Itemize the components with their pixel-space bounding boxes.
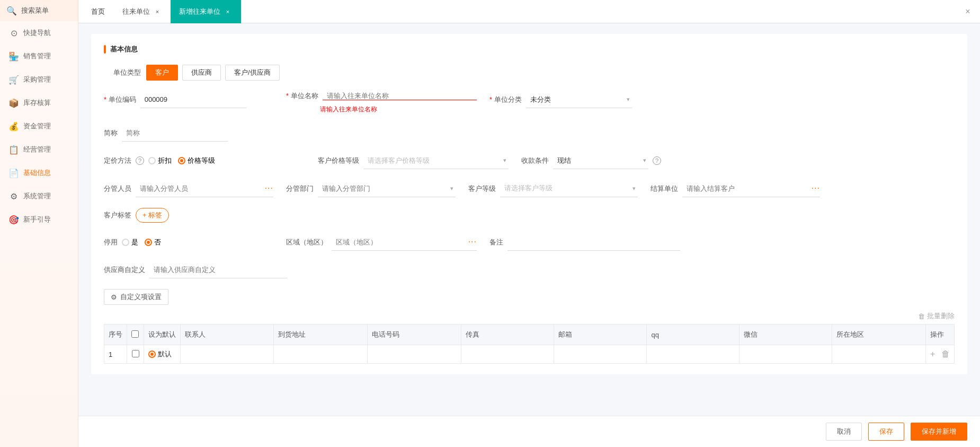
save-button[interactable]: 保存 bbox=[868, 423, 904, 441]
payment-terms-field: 收款条件 现结 ▾ ? bbox=[521, 152, 723, 169]
pricing-help-icon[interactable]: ? bbox=[136, 156, 144, 165]
sidebar: 🔍 搜索菜单 ⊙ 快捷导航 🏪 销售管理 🛒 采购管理 📦 库存核算 💰 资金管… bbox=[0, 0, 78, 447]
cancel-button[interactable]: 取消 bbox=[826, 423, 862, 441]
tab-partner-close[interactable]: × bbox=[153, 7, 162, 16]
section-title-text: 基本信息 bbox=[110, 45, 138, 54]
disabled-no-radio[interactable]: 否 bbox=[145, 238, 161, 247]
customer-level-field: 客户等级 请选择客户等级 ▾ bbox=[468, 180, 638, 197]
payment-terms-value: 现结 bbox=[557, 156, 643, 165]
unit-type-customer-btn[interactable]: 客户 bbox=[146, 65, 178, 81]
remarks-input[interactable] bbox=[507, 234, 680, 251]
sidebar-item-finance[interactable]: 💰 资金管理 bbox=[0, 115, 78, 138]
row-qq-input[interactable] bbox=[651, 350, 734, 358]
row-checkbox[interactable] bbox=[132, 350, 139, 357]
customer-level-select[interactable]: 请选择客户等级 ▾ bbox=[500, 180, 638, 197]
sidebar-item-basic[interactable]: 📄 基础信息 bbox=[0, 161, 78, 185]
manager-input[interactable] bbox=[136, 180, 265, 197]
row-wechat[interactable] bbox=[739, 345, 832, 364]
pricing-level-label: 价格等级 bbox=[188, 156, 215, 165]
tab-bar-close-button[interactable]: × bbox=[960, 4, 976, 20]
row-location-input[interactable] bbox=[836, 350, 921, 358]
row-address[interactable] bbox=[274, 345, 368, 364]
abbr-input[interactable] bbox=[122, 125, 228, 142]
sidebar-item-sales[interactable]: 🏪 销售管理 bbox=[0, 45, 78, 68]
payment-terms-label: 收款条件 bbox=[521, 156, 549, 165]
supplier-custom-input[interactable] bbox=[149, 261, 287, 278]
row-address-input[interactable] bbox=[278, 350, 363, 358]
payment-terms-select[interactable]: 现结 ▾ bbox=[553, 152, 648, 169]
tags-row: 客户标签 + 标签 bbox=[104, 208, 955, 223]
batch-delete-area[interactable]: 🗑 批量删除 bbox=[104, 311, 955, 321]
col-phone: 电话号码 bbox=[368, 325, 461, 345]
sidebar-item-quick-nav[interactable]: ⊙ 快捷导航 bbox=[0, 21, 78, 45]
settlement-unit-more-icon[interactable]: ··· bbox=[812, 183, 820, 193]
settlement-unit-input[interactable] bbox=[682, 180, 812, 197]
tab-home[interactable]: 首页 bbox=[83, 0, 114, 23]
del-row-icon[interactable]: 🗑 bbox=[941, 349, 950, 358]
add-tag-button[interactable]: + 标签 bbox=[136, 208, 169, 223]
tab-new-partner[interactable]: 新增往来单位 × bbox=[171, 0, 241, 23]
custom-settings-button[interactable]: ⚙ 自定义项设置 bbox=[104, 289, 168, 305]
row-fax[interactable] bbox=[461, 345, 554, 364]
sidebar-item-system[interactable]: ⚙ 系统管理 bbox=[0, 185, 78, 208]
col-fax: 传真 bbox=[461, 325, 554, 345]
select-all-checkbox[interactable] bbox=[131, 330, 139, 338]
region-input[interactable] bbox=[332, 233, 468, 250]
region-more-icon[interactable]: ··· bbox=[468, 237, 477, 247]
home-icon: ⊙ bbox=[8, 28, 19, 38]
sidebar-item-operation[interactable]: 📋 经营管理 bbox=[0, 138, 78, 161]
sidebar-item-purchase[interactable]: 🛒 采购管理 bbox=[0, 68, 78, 91]
pricing-method-field: 定价方法 ? 折扣 价格等级 bbox=[104, 156, 305, 165]
row-phone-input[interactable] bbox=[372, 350, 457, 358]
department-input[interactable] bbox=[322, 185, 450, 192]
row-fax-input[interactable] bbox=[466, 350, 549, 358]
row-contact[interactable] bbox=[181, 345, 274, 364]
sidebar-item-label: 搜索菜单 bbox=[21, 6, 49, 15]
row-location[interactable] bbox=[832, 345, 926, 364]
unit-category-select[interactable]: 未分类 ▾ bbox=[526, 91, 632, 108]
manager-more-icon[interactable]: ··· bbox=[265, 183, 273, 193]
department-label: 分管部门 bbox=[286, 184, 314, 194]
pricing-discount-label: 折扣 bbox=[158, 156, 172, 165]
row-qq[interactable] bbox=[647, 345, 739, 364]
customer-price-level-field: 客户价格等级 请选择客户价格等级 ▾ bbox=[318, 152, 509, 169]
department-chevron: ▾ bbox=[450, 185, 453, 192]
payment-terms-help-icon[interactable]: ? bbox=[653, 156, 661, 165]
row-email-input[interactable] bbox=[558, 350, 642, 358]
unit-type-group: 客户 供应商 客户/供应商 bbox=[146, 65, 280, 81]
row-contact-input[interactable] bbox=[185, 350, 269, 358]
pricing-level-radio[interactable]: 价格等级 bbox=[178, 156, 215, 165]
bottom-bar: 取消 保存 保存并新增 bbox=[78, 416, 980, 447]
customer-price-level-select[interactable]: 请选择客户价格等级 ▾ bbox=[363, 152, 509, 169]
department-select[interactable]: ▾ bbox=[318, 180, 456, 197]
sidebar-item-search[interactable]: 🔍 搜索菜单 bbox=[0, 0, 78, 21]
tab-partner[interactable]: 往来单位 × bbox=[114, 0, 171, 23]
remarks-field: 备注 bbox=[489, 234, 680, 251]
save-and-new-button[interactable]: 保存并新增 bbox=[911, 423, 967, 441]
unit-info-row: 单位编码 单位名称 请输入往来单位名称 bbox=[104, 91, 955, 114]
unit-name-input[interactable] bbox=[323, 92, 477, 100]
unit-type-both-btn[interactable]: 客户/供应商 bbox=[225, 65, 280, 81]
col-checkbox[interactable] bbox=[127, 325, 144, 345]
unit-code-input[interactable] bbox=[140, 91, 246, 108]
col-wechat: 微信 bbox=[739, 325, 832, 345]
row-phone[interactable] bbox=[368, 345, 461, 364]
add-row-icon[interactable]: + bbox=[930, 349, 935, 358]
sidebar-item-newbie[interactable]: 🎯 新手引导 bbox=[0, 208, 78, 231]
unit-type-supplier-btn[interactable]: 供应商 bbox=[182, 65, 221, 81]
unit-category-chevron: ▾ bbox=[627, 96, 630, 103]
tab-bar: 首页 往来单位 × 新增往来单位 × × bbox=[78, 0, 980, 23]
row-email[interactable] bbox=[554, 345, 647, 364]
row-default-radio[interactable]: 默认 bbox=[148, 349, 176, 359]
row-wechat-input[interactable] bbox=[744, 350, 827, 358]
sidebar-item-label: 快捷导航 bbox=[23, 28, 51, 38]
tab-new-partner-close[interactable]: × bbox=[224, 7, 232, 16]
disabled-field: 停用 是 否 bbox=[104, 238, 273, 247]
supplier-custom-row: 供应商自定义 bbox=[104, 261, 955, 278]
pricing-discount-radio[interactable]: 折扣 bbox=[148, 156, 172, 165]
sidebar-item-inventory[interactable]: 📦 库存核算 bbox=[0, 91, 78, 115]
unit-category-value: 未分类 bbox=[530, 95, 627, 104]
sales-icon: 🏪 bbox=[8, 51, 19, 62]
abbr-field: 简称 bbox=[104, 125, 273, 142]
disabled-yes-radio[interactable]: 是 bbox=[122, 238, 138, 247]
